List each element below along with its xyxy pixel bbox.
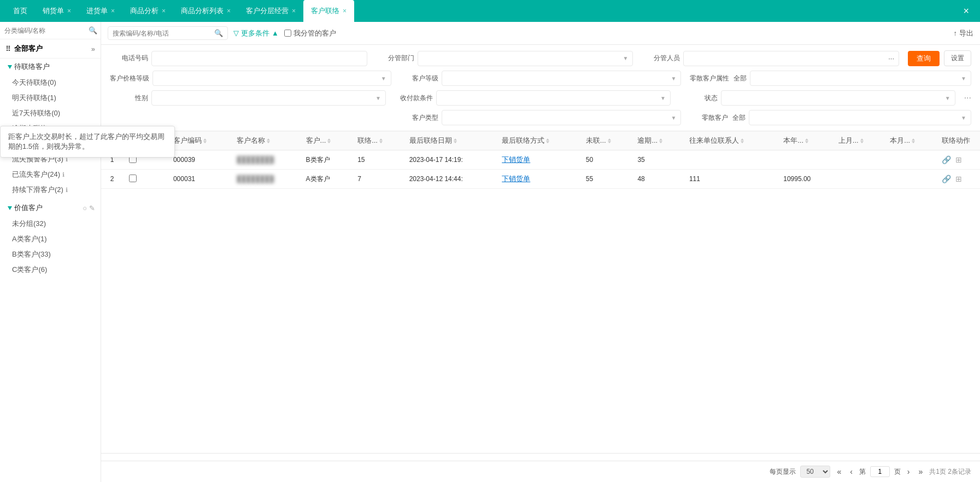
phone-label: 电话号码: [110, 54, 148, 63]
row-grid-icon[interactable]: ⊞: [955, 175, 962, 183]
dept-label: 分管部门: [376, 54, 414, 63]
content-area: 🔍 ▽ 更多条件 ▲ 我分管的客户 ↑ 导出 电话号码: [101, 22, 980, 482]
close-purchase-order-icon[interactable]: ×: [111, 7, 115, 15]
col-code-header[interactable]: 客户编码: [168, 131, 231, 150]
query-button[interactable]: 查询: [908, 51, 940, 66]
my-customers-check[interactable]: [284, 30, 291, 37]
row-unread: 50: [580, 150, 632, 170]
nav-product-analysis[interactable]: 商品分析 ×: [122, 0, 173, 22]
gender-label: 性别: [110, 94, 148, 103]
all-customers-title[interactable]: ⠿ 全部客户 »: [0, 39, 101, 59]
window-close-button[interactable]: ×: [958, 5, 975, 17]
first-page-button[interactable]: «: [835, 466, 843, 477]
sidebar-search-input[interactable]: [4, 27, 86, 34]
phone-input[interactable]: [151, 51, 367, 66]
close-product-analysis-list-icon[interactable]: ×: [227, 7, 231, 15]
row-settings-cell: [143, 170, 168, 189]
nav-home[interactable]: 首页: [5, 0, 35, 22]
gender-chevron-icon: ▼: [375, 95, 381, 101]
filter-gender: 性别 ▼: [110, 90, 386, 106]
page-number-input[interactable]: 1: [870, 466, 890, 477]
row-this-month: [884, 150, 936, 170]
pagination: 每页显示 50 100 200 « ‹ 第 1 页 › » 共1页 2条记录: [101, 461, 980, 482]
value-edit-icon[interactable]: ✎: [89, 204, 95, 212]
sidebar-a-class[interactable]: A类客户(1): [0, 231, 101, 247]
gender-select[interactable]: ▼: [151, 90, 386, 106]
continuous-down-info-icon: ℹ: [66, 187, 68, 194]
col-last-contact-method-header[interactable]: 最后联络方式: [496, 131, 580, 150]
pending-contact-title[interactable]: 待联络客户: [0, 59, 101, 75]
horizontal-scrollbar[interactable]: [101, 453, 980, 461]
row-code: 000031: [168, 170, 231, 189]
retail-customer-select[interactable]: ▼: [749, 110, 971, 125]
row-checkbox[interactable]: [129, 175, 137, 182]
status-select[interactable]: ▼: [721, 90, 955, 106]
sidebar-unclassified[interactable]: 未分组(32): [0, 216, 101, 231]
nav-product-analysis-list[interactable]: 商品分析列表 ×: [173, 0, 238, 22]
col-contact-header[interactable]: 联络...: [352, 131, 404, 150]
filter-row-3: 性别 ▼ 收付款条件 ▼ 状态: [110, 90, 971, 106]
col-unread-header[interactable]: 未联...: [580, 131, 632, 150]
close-sales-order-icon[interactable]: ×: [67, 7, 71, 15]
row-link-icon[interactable]: 🔗: [942, 175, 951, 183]
row-last-contact-method[interactable]: 下销货单: [496, 170, 580, 189]
customer-type-select[interactable]: ▼: [442, 110, 682, 125]
retail-attr-chevron-icon: ▼: [961, 76, 966, 82]
page-label: 第: [859, 467, 866, 477]
col-last-month-header[interactable]: 上月...: [833, 131, 885, 150]
close-customer-segment-icon[interactable]: ×: [292, 7, 296, 15]
row-checkbox-cell: [123, 170, 143, 189]
col-contacts-header[interactable]: 往来单位联系人: [684, 131, 778, 150]
nav-customer-segment[interactable]: 客户分层经营 ×: [238, 0, 303, 22]
row-overdue: 48: [632, 170, 684, 189]
sidebar-tomorrow-pending[interactable]: 明天待联络(1): [0, 90, 101, 106]
nav-customer-contact[interactable]: 客户联络 ×: [303, 0, 354, 22]
next-page-button[interactable]: ›: [905, 466, 912, 477]
row-contacts: [684, 150, 778, 170]
row-last-contact-method[interactable]: 下销货单: [496, 150, 580, 170]
sidebar-search-icon[interactable]: 🔍: [89, 26, 97, 34]
sidebar-c-class[interactable]: C类客户(6): [0, 262, 101, 277]
setting-button[interactable]: 设置: [944, 50, 971, 66]
col-this-month-header[interactable]: 本月...: [884, 131, 936, 150]
prev-page-button[interactable]: ‹: [848, 466, 855, 477]
sidebar-b-class[interactable]: B类客户(33): [0, 247, 101, 262]
dept-select[interactable]: ▼: [418, 51, 633, 66]
more-conditions-button[interactable]: ▽ 更多条件 ▲: [233, 28, 279, 38]
col-name-header[interactable]: 客户名称: [231, 131, 300, 150]
filter-phone: 电话号码: [110, 51, 367, 66]
nav-sales-order[interactable]: 销货单 ×: [35, 0, 79, 22]
sidebar-7day-pending[interactable]: 近7天待联络(0): [0, 106, 101, 121]
row-unread: 55: [580, 170, 632, 189]
sidebar-collapse-icon[interactable]: »: [91, 45, 95, 53]
manager-select[interactable]: ···: [683, 51, 899, 66]
search-input[interactable]: [113, 30, 211, 37]
filter-more-dots[interactable]: ···: [964, 93, 971, 103]
sidebar-already-lost[interactable]: 已流失客户(24) ℹ: [0, 167, 101, 182]
value-group-title[interactable]: 价值客户 ○ ✎: [0, 200, 101, 216]
price-grade-select[interactable]: ▼: [152, 71, 391, 86]
col-last-contact-date-header[interactable]: 最后联络日期: [404, 131, 497, 150]
search-icon[interactable]: 🔍: [214, 29, 223, 37]
row-last-month: [833, 170, 885, 189]
export-button[interactable]: ↑ 导出: [954, 28, 974, 38]
col-this-year-header[interactable]: 本年...: [778, 131, 833, 150]
value-circle-icon[interactable]: ○: [83, 204, 87, 212]
payment-select[interactable]: ▼: [436, 90, 671, 106]
my-customers-checkbox[interactable]: 我分管的客户: [284, 28, 336, 38]
sidebar-today-pending[interactable]: 今天待联络(0): [0, 75, 101, 90]
row-link-icon[interactable]: 🔗: [942, 155, 951, 164]
close-product-analysis-icon[interactable]: ×: [162, 7, 166, 15]
col-type-header[interactable]: 客户...: [301, 131, 353, 150]
per-page-select[interactable]: 50 100 200: [800, 466, 830, 478]
retail-customer-chevron-icon: ▼: [961, 115, 966, 121]
row-grid-icon[interactable]: ⊞: [955, 155, 962, 164]
sidebar-continuous-down[interactable]: 持续下滑客户(2) ℹ: [0, 182, 101, 198]
customers-icon: ⠿: [5, 45, 11, 53]
col-overdue-header[interactable]: 逾期...: [632, 131, 684, 150]
customer-grade-select[interactable]: ▼: [442, 71, 682, 86]
retail-attr-select[interactable]: ▼: [750, 71, 971, 86]
last-page-button[interactable]: »: [917, 466, 925, 477]
nav-purchase-order[interactable]: 进货单 ×: [79, 0, 122, 22]
close-customer-contact-icon[interactable]: ×: [343, 7, 347, 15]
